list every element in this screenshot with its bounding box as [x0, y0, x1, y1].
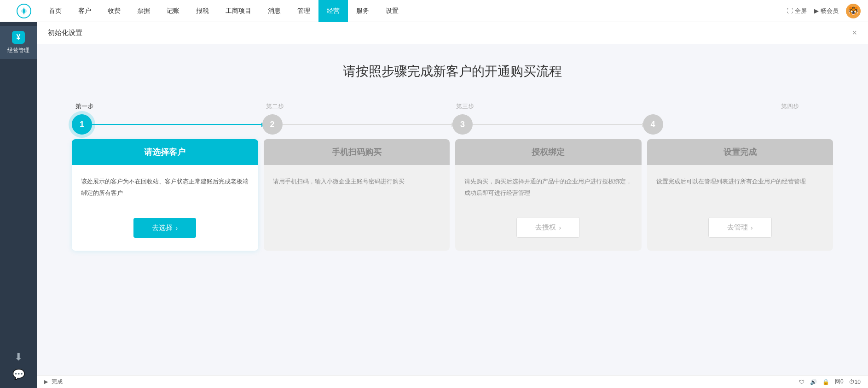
close-button[interactable]: ×	[852, 28, 857, 38]
step-header-3: 第三步 3 ▶	[452, 102, 643, 135]
go-select-arrow: ›	[175, 224, 178, 232]
card3-footer: 去授权 ›	[455, 210, 642, 251]
card1-body: 该处展示的客户为不在回收站、客户状态正常建账后完成老板端绑定的所有客户	[72, 165, 258, 211]
content-area: 初始化设置 × 请按照步骤完成新客户的开通购买流程 第一步 1 ▶	[37, 22, 868, 388]
operation-icon-symbol: ¥	[17, 33, 21, 41]
nav-item-tax[interactable]: 报税	[188, 0, 217, 22]
status-left: ▶ 完成	[44, 378, 63, 386]
avatar-img: 🐯	[846, 4, 861, 18]
main-layout: ¥ 经营管理 ⬇ 💬 初始化设置 × 请按照步骤完成新客户的开通购买流程 第一步	[0, 22, 868, 388]
card4-title: 设置完成	[647, 139, 833, 165]
step-cards: 请选择客户 该处展示的客户为不在回收站、客户状态正常建账后完成老板端绑定的所有客…	[64, 139, 840, 251]
step2-circle: 2	[262, 114, 283, 135]
status-label: 完成	[52, 378, 63, 386]
download-btn[interactable]: ⬇	[14, 351, 23, 363]
step4-connector: 4	[643, 114, 833, 135]
nav-item-bill[interactable]: 票据	[129, 0, 158, 22]
page-title: 初始化设置	[48, 29, 82, 37]
page-header: 初始化设置 ×	[37, 22, 868, 44]
go-authorize-button[interactable]: 去授权 ›	[516, 217, 580, 238]
step1-label: 第一步	[72, 102, 93, 111]
step1-connector: 1 ▶	[72, 114, 262, 135]
card3-body: 请先购买，购买后选择开通的产品中的企业用户进行授权绑定，成功后即可进行经营管理	[455, 165, 642, 210]
go-manage-button[interactable]: 去管理 ›	[708, 217, 772, 238]
shield-icon: 🛡	[799, 379, 804, 385]
nav-item-message[interactable]: 消息	[260, 0, 289, 22]
sidebar: ¥ 经营管理 ⬇ 💬	[0, 22, 37, 388]
go-select-button[interactable]: 去选择 ›	[133, 218, 196, 238]
step3-connector: 3 ▶	[452, 114, 643, 135]
step3-line: ▶	[473, 124, 643, 125]
chat-btn[interactable]: 💬	[12, 369, 25, 381]
fullscreen-btn[interactable]: ⛶ 全屏	[787, 7, 807, 15]
page-content: 请按照步骤完成新客户的开通购买流程 第一步 1 ▶ 第二步	[37, 44, 868, 375]
network-status: 网0	[835, 378, 844, 386]
lock-icon: 🔒	[822, 379, 829, 385]
card3-title: 授权绑定	[455, 139, 642, 165]
step-header-4: 第四步 4	[643, 102, 833, 135]
card1-title: 请选择客户	[72, 139, 258, 165]
go-select-label: 去选择	[152, 223, 173, 232]
status-bar: ▶ 完成 🛡 🔊 🔒 网0 ⏱10	[37, 375, 868, 388]
step3-label: 第三步	[452, 102, 474, 111]
go-authorize-label: 去授权	[535, 223, 556, 232]
go-manage-label: 去管理	[727, 223, 748, 232]
step2-connector: 2 ▶	[262, 114, 453, 135]
nav-items: 首页 客户 收费 票据 记账 报税 工商项目 消息 管理 经营 服务 设置	[41, 0, 787, 22]
step-header-2: 第二步 2 ▶	[262, 102, 453, 135]
step-card-3: 授权绑定 请先购买，购买后选择开通的产品中的企业用户进行授权绑定，成功后即可进行…	[455, 139, 642, 251]
nav-item-home[interactable]: 首页	[41, 0, 70, 22]
nav-item-manage[interactable]: 管理	[289, 0, 318, 22]
step1-circle: 1	[72, 114, 92, 135]
operation-icon: ¥	[12, 31, 25, 44]
vip-icon: ▶	[814, 7, 819, 14]
card4-body: 设置完成后可以在管理列表进行所有企业用户的经营管理	[647, 165, 833, 210]
go-manage-arrow: ›	[751, 223, 753, 231]
sidebar-bottom: ⬇ 💬	[12, 351, 25, 381]
sidebar-item-operation[interactable]: ¥ 经营管理	[0, 26, 37, 59]
nav-item-operation[interactable]: 经营	[318, 0, 348, 22]
steps-progress: 第一步 1 ▶ 第二步 2 ▶	[64, 102, 840, 135]
nav-item-customer[interactable]: 客户	[70, 0, 99, 22]
nav-item-settings[interactable]: 设置	[377, 0, 407, 22]
vip-btn[interactable]: ▶ 畅会员	[814, 7, 839, 15]
status-right: 🛡 🔊 🔒 网0 ⏱10	[799, 378, 861, 386]
step-card-4: 设置完成 设置完成后可以在管理列表进行所有企业用户的经营管理 去管理 ›	[647, 139, 833, 251]
vip-label: 畅会员	[821, 7, 839, 15]
go-authorize-arrow: ›	[559, 223, 561, 231]
nav-item-business[interactable]: 工商项目	[217, 0, 260, 22]
step4-circle: 4	[643, 114, 663, 135]
fullscreen-label: 全屏	[795, 7, 807, 15]
card4-footer: 去管理 ›	[647, 210, 833, 251]
step4-label: 第四步	[643, 102, 799, 111]
main-heading: 请按照步骤完成新客户的开通购买流程	[64, 63, 840, 80]
card1-footer: 去选择 ›	[72, 211, 258, 251]
step2-label: 第二步	[262, 102, 284, 111]
nav-logo	[7, 4, 41, 18]
avatar[interactable]: 🐯	[846, 4, 861, 18]
card2-footer	[264, 230, 450, 251]
time-status: ⏱10	[849, 379, 861, 385]
card2-body: 请用手机扫码，输入小微企业主账号密码进行购买	[264, 165, 450, 230]
step-card-2: 手机扫码购买 请用手机扫码，输入小微企业主账号密码进行购买	[264, 139, 450, 251]
nav-item-accounting[interactable]: 记账	[158, 0, 188, 22]
step3-circle: 3	[452, 114, 473, 135]
sidebar-item-label: 经营管理	[7, 47, 29, 54]
step2-line: ▶	[283, 124, 453, 125]
step1-line: ▶	[92, 124, 262, 125]
play-icon: ▶	[44, 379, 48, 385]
step-header-1: 第一步 1 ▶	[72, 102, 262, 135]
speaker-icon: 🔊	[810, 379, 817, 385]
nav-item-service[interactable]: 服务	[348, 0, 377, 22]
top-nav: 首页 客户 收费 票据 记账 报税 工商项目 消息 管理 经营 服务 设置 ⛶ …	[0, 0, 868, 22]
nav-item-charge[interactable]: 收费	[99, 0, 129, 22]
card2-title: 手机扫码购买	[264, 139, 450, 165]
nav-right: ⛶ 全屏 ▶ 畅会员 🐯	[787, 4, 861, 18]
fullscreen-icon: ⛶	[787, 7, 793, 14]
step-card-1: 请选择客户 该处展示的客户为不在回收站、客户状态正常建账后完成老板端绑定的所有客…	[72, 139, 258, 251]
